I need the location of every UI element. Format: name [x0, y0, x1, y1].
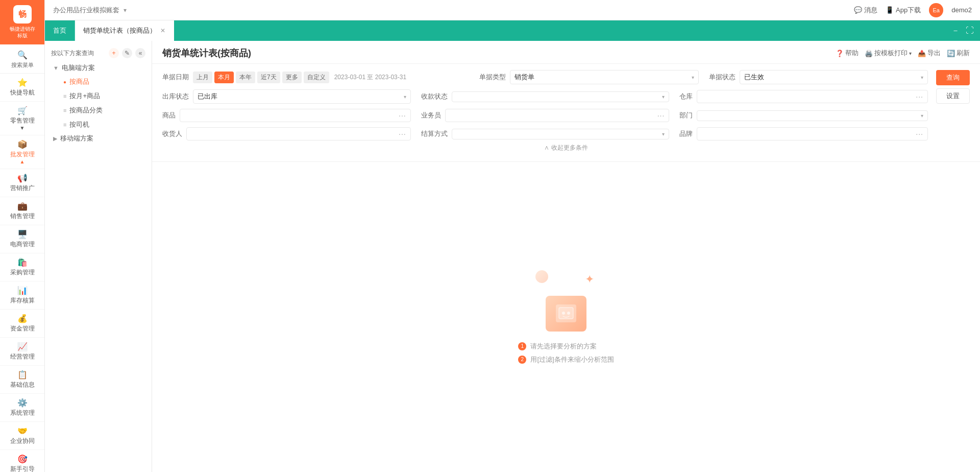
- tree-sub-item-by-product[interactable]: ● 按商品: [45, 75, 152, 89]
- filter-department: 部门 ▾: [679, 110, 928, 121]
- app-logo[interactable]: 畅 畅捷进销存 标版: [0, 0, 44, 44]
- tree-item-desktop[interactable]: ▼ 电脑端方案: [45, 61, 152, 75]
- template-print-label: 按模板打印: [874, 49, 908, 58]
- by-warehouse-label: 按司机: [69, 120, 89, 129]
- tab-minimize-btn[interactable]: －: [949, 25, 962, 37]
- user-name[interactable]: demo2: [951, 6, 972, 14]
- sidebar-item-operations[interactable]: 📈 经营管理: [0, 338, 44, 366]
- date-buttons: 上月 本月 本年 近7天 更多 自定义: [193, 72, 329, 83]
- operations-label: 经营管理: [10, 352, 35, 361]
- sidebar-item-finance[interactable]: 💰 资金管理: [0, 310, 44, 338]
- help-icon: ❓: [836, 50, 844, 57]
- by-product-category-label: 按商品分类: [69, 106, 103, 115]
- date-btn-this-year[interactable]: 本年: [236, 72, 255, 83]
- date-btn-custom[interactable]: 自定义: [304, 72, 329, 83]
- product-input[interactable]: ···: [180, 109, 411, 122]
- tree-sub-item-by-product-category[interactable]: ≡ 按商品分类: [45, 103, 152, 117]
- collapse-bar[interactable]: ∧ 收起更多条件: [162, 140, 970, 155]
- sidebar-item-marketing[interactable]: 📢 营销推广: [0, 169, 44, 197]
- department-label: 部门: [679, 111, 693, 120]
- template-print-link[interactable]: 🖨️ 按模板打印 ▾: [865, 49, 912, 58]
- wholesale-icon: 📦: [17, 139, 28, 149]
- empty-tip-2-text: 用[过滤]条件来缩小分析范围: [530, 355, 614, 364]
- sidebar-item-system[interactable]: ⚙️ 系统管理: [0, 394, 44, 422]
- sidebar-item-search[interactable]: 🔍 搜索菜单: [0, 44, 44, 74]
- add-scheme-btn[interactable]: +: [109, 48, 119, 58]
- sidebar-item-purchase[interactable]: 🛍️ 采购管理: [0, 253, 44, 281]
- filter-area: 单据日期 上月 本月 本年 近7天 更多 自定义: [152, 64, 980, 162]
- out-status-select[interactable]: 已出库 ▾: [193, 89, 411, 104]
- date-filter-control: 上月 本月 本年 近7天 更多 自定义 2023-03-01 至 2023-03…: [193, 72, 469, 83]
- finance-icon: 💰: [17, 314, 28, 323]
- doc-type-select[interactable]: 销货单 ▾: [510, 70, 698, 84]
- sidebar-item-sales-mgmt[interactable]: 💼 销售管理: [0, 197, 44, 225]
- tree-item-mobile[interactable]: ▶ 移动端方案: [45, 132, 152, 145]
- edit-scheme-btn[interactable]: ✎: [122, 48, 132, 58]
- account-title: 办公用品行业模拟账套: [53, 6, 119, 15]
- sidebar-item-enterprise-collab[interactable]: 🤝 企业协同: [0, 422, 44, 450]
- date-btn-more[interactable]: 更多: [282, 72, 302, 83]
- date-btn-this-month[interactable]: 本月: [214, 72, 234, 83]
- salesperson-input[interactable]: ···: [445, 109, 670, 122]
- ecom-icon: 🖥️: [17, 229, 28, 239]
- query-button[interactable]: 查询: [936, 70, 970, 85]
- enterprise-collab-icon: 🤝: [17, 426, 28, 436]
- filter-collection-status: 收款状态 ▾: [421, 91, 670, 102]
- content-area: 按以下方案查询 + ✎ « ▼ 电脑端方案 ● 按商品 ≡ 按月+商品 ≡ 按商…: [45, 41, 980, 472]
- doc-status-arrow: ▾: [921, 75, 923, 80]
- department-select[interactable]: ▾: [697, 110, 928, 121]
- sidebar-item-ecom[interactable]: 🖥️ 电商管理: [0, 225, 44, 253]
- warehouse-dots: ···: [916, 92, 923, 101]
- message-action[interactable]: 💬 消息: [854, 6, 877, 15]
- recipient-input[interactable]: ···: [186, 127, 411, 140]
- basic-info-icon: 📋: [17, 370, 28, 380]
- sidebar-item-inventory[interactable]: 📊 库存核算: [0, 281, 44, 310]
- newbie-label: 新手引导: [10, 465, 35, 472]
- empty-state: ✦: [152, 162, 980, 472]
- header-left: 办公用品行业模拟账套 ▾: [53, 6, 127, 15]
- sidebar-item-newbie[interactable]: 🎯 新手引导: [0, 450, 44, 472]
- empty-illustration: ✦: [535, 270, 597, 332]
- tab-home[interactable]: 首页: [45, 20, 75, 41]
- by-product-label: 按商品: [69, 77, 89, 86]
- refresh-icon: 🔄: [947, 50, 955, 57]
- sidebar-item-retail[interactable]: 🛒 零售管理 ▼: [0, 102, 44, 135]
- sidebar-item-wholesale[interactable]: 📦 批发管理 ▲: [0, 135, 44, 169]
- tab-sales-stat-close[interactable]: ✕: [160, 28, 165, 34]
- purchase-label: 采购管理: [10, 268, 35, 277]
- help-link[interactable]: ❓ 帮助: [836, 49, 859, 58]
- collection-status-select[interactable]: ▾: [452, 91, 670, 102]
- user-avatar[interactable]: Ea: [929, 3, 943, 17]
- tab-sales-stat[interactable]: 销货单统计表（按商品） ✕: [75, 20, 174, 41]
- wholesale-label: 批发管理: [10, 150, 35, 159]
- tree-sub-item-by-month-product[interactable]: ≡ 按月+商品: [45, 89, 152, 103]
- account-dropdown[interactable]: ▾: [124, 7, 127, 14]
- warehouse-input[interactable]: ···: [697, 90, 928, 103]
- export-link[interactable]: 📤 导出: [918, 49, 941, 58]
- collapse-panel-btn[interactable]: «: [135, 48, 145, 58]
- enterprise-collab-label: 企业协同: [10, 437, 35, 445]
- doc-status-label: 单据状态: [709, 73, 736, 82]
- department-arrow: ▾: [921, 113, 923, 119]
- retail-icon: 🛒: [17, 106, 28, 115]
- empty-tip-1: 1 请先选择要分析的方案: [518, 342, 597, 351]
- bullet-2: 2: [518, 356, 526, 364]
- date-btn-7days[interactable]: 近7天: [257, 72, 280, 83]
- filter-row-3: 商品 ··· 业务员 ···: [162, 109, 928, 122]
- circle-decoration: [535, 270, 548, 283]
- refresh-link[interactable]: 🔄 刷新: [947, 49, 970, 58]
- settings-button[interactable]: 设置: [936, 88, 970, 104]
- tab-maximize-btn[interactable]: ⛶: [964, 25, 976, 36]
- brand-dots: ···: [916, 130, 923, 138]
- recipient-dots: ···: [399, 130, 406, 138]
- app-download-icon: 📱: [886, 6, 894, 14]
- doc-status-select[interactable]: 已生效 ▾: [740, 70, 928, 84]
- sidebar-item-basic-info[interactable]: 📋 基础信息: [0, 366, 44, 394]
- tree-sub-item-by-warehouse[interactable]: ≡ 按司机: [45, 117, 152, 132]
- app-download-action[interactable]: 📱 App下载: [886, 6, 921, 15]
- sidebar-item-quick-nav[interactable]: ⭐ 快捷导航: [0, 74, 44, 102]
- date-btn-last-month[interactable]: 上月: [193, 72, 212, 83]
- brand-input[interactable]: ···: [697, 127, 928, 140]
- out-status-value: 已出库: [198, 92, 401, 101]
- settlement-select[interactable]: ▾: [452, 129, 670, 139]
